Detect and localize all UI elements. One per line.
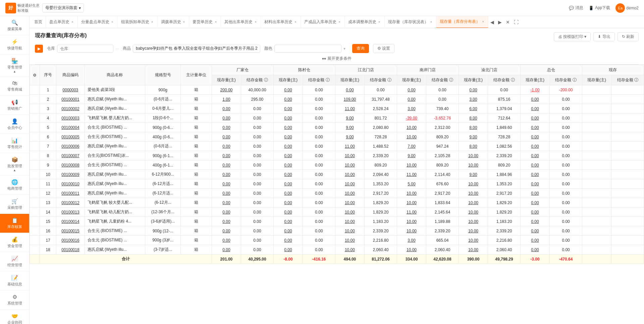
tab-close-cost[interactable]: × bbox=[378, 20, 381, 24]
table-cell[interactable]: 00100014 bbox=[56, 217, 85, 226]
table-cell[interactable]: 00100007 bbox=[56, 151, 85, 160]
table-cell[interactable]: 8.00 bbox=[459, 113, 488, 123]
table-cell[interactable]: 0.00 bbox=[335, 85, 365, 95]
table-cell[interactable]: 0.00 bbox=[212, 151, 241, 160]
tab-stock-status[interactable]: 现存量（库存状况表） × bbox=[385, 16, 437, 28]
tab-product-inbound[interactable]: 产成品入库单历史 × bbox=[301, 16, 345, 28]
table-cell[interactable]: 0.00 bbox=[520, 132, 550, 142]
table-cell[interactable]: 00100008 bbox=[56, 160, 85, 170]
table-cell[interactable]: 10.00 bbox=[459, 151, 488, 160]
table-cell[interactable]: 1.00 bbox=[212, 95, 241, 104]
table-cell[interactable]: 00100011 bbox=[56, 189, 85, 198]
table-cell[interactable]: 10.00 bbox=[335, 179, 365, 189]
table-cell[interactable]: 0.00 bbox=[273, 85, 303, 95]
sidebar-item-inventory[interactable]: 📋 库存核算 bbox=[0, 214, 29, 233]
sidebar-item-finance[interactable]: 💰 资金管理 bbox=[0, 233, 29, 252]
table-cell[interactable]: 0.00 bbox=[520, 170, 550, 179]
table-cell[interactable]: 8.00 bbox=[459, 123, 488, 132]
table-cell[interactable]: 10.00 bbox=[459, 207, 488, 217]
table-cell[interactable]: 10.00 bbox=[335, 198, 365, 207]
table-cell[interactable]: 0.00 bbox=[273, 236, 303, 245]
table-cell[interactable]: 0.00 bbox=[212, 132, 241, 142]
table-cell[interactable]: 0.00 bbox=[273, 104, 303, 113]
sidebar-item-retail-stat[interactable]: 📊 零售统计 bbox=[0, 134, 29, 153]
table-cell[interactable]: 00100004 bbox=[56, 123, 85, 132]
table-cell[interactable]: 10.00 bbox=[335, 236, 365, 245]
table-cell[interactable]: 11.00 bbox=[335, 104, 365, 113]
color-input[interactable] bbox=[274, 45, 341, 53]
settings-button[interactable]: ⚙ 设置 bbox=[373, 44, 394, 53]
table-cell[interactable]: 0.00 bbox=[212, 217, 241, 226]
table-cell[interactable]: 10.00 bbox=[397, 245, 426, 254]
table-cell[interactable]: 00100002 bbox=[56, 104, 85, 113]
table-cell[interactable]: 0.00 bbox=[520, 189, 550, 198]
table-cell[interactable]: 0.00 bbox=[273, 142, 303, 151]
table-cell[interactable]: 10.00 bbox=[459, 198, 488, 207]
table-cell[interactable]: 0.00 bbox=[520, 236, 550, 245]
table-cell[interactable]: 00100010 bbox=[56, 179, 85, 189]
sidebar-item-ecommerce[interactable]: 🌐 电商管理 bbox=[0, 176, 29, 195]
print-button[interactable]: 🖨 按模版打印 ▾ bbox=[554, 32, 591, 41]
sidebar-item-purchase[interactable]: 🛒 采购管理 bbox=[0, 195, 29, 214]
table-cell[interactable]: 10.00 bbox=[397, 189, 426, 198]
sidebar-item-retail[interactable]: 🏪 零售管理 ▲ bbox=[0, 54, 29, 77]
tab-other-outbound[interactable]: 其他出库单历史 × bbox=[221, 16, 261, 28]
table-cell[interactable]: 200.00 bbox=[212, 85, 241, 95]
table-cell[interactable]: 00100018 bbox=[56, 245, 85, 254]
table-cell[interactable]: 10.00 bbox=[397, 198, 426, 207]
table-cell[interactable]: 0.00 bbox=[212, 198, 241, 207]
table-cell[interactable]: 0000003 bbox=[56, 85, 85, 95]
table-cell[interactable]: 0.00 bbox=[273, 217, 303, 226]
product-input[interactable] bbox=[133, 45, 260, 53]
table-cell[interactable]: 11.00 bbox=[397, 207, 426, 217]
table-cell[interactable]: 9.00 bbox=[335, 123, 365, 132]
table-cell[interactable]: 5.00 bbox=[397, 179, 426, 189]
table-cell[interactable]: 0.00 bbox=[212, 170, 241, 179]
tab-nav-right[interactable]: ▶ bbox=[496, 16, 504, 28]
table-cell[interactable]: 0.00 bbox=[212, 179, 241, 189]
table-cell[interactable]: 0.00 bbox=[273, 113, 303, 123]
sidebar-item-system[interactable]: ⚙ 系统管理 bbox=[0, 290, 29, 310]
table-container[interactable]: ⚙ 序号 商品编码 商品名称 规格型号 主计量单位 厂家仓 陈村仓 江北门店 南… bbox=[30, 65, 644, 324]
table-cell[interactable]: 10.00 bbox=[459, 179, 488, 189]
sidebar-item-marketing[interactable]: 📢 营销推广 bbox=[0, 96, 29, 115]
expand-more-conditions[interactable]: ▾▾ 展开更多条件 bbox=[35, 56, 639, 61]
table-cell[interactable]: 10.00 bbox=[397, 226, 426, 236]
app-download-button[interactable]: 📱 App下载 bbox=[589, 5, 610, 11]
table-cell[interactable]: 0.00 bbox=[520, 95, 550, 104]
table-cell[interactable]: 00100015 bbox=[56, 226, 85, 236]
table-cell[interactable]: 10.00 bbox=[335, 151, 365, 160]
table-cell[interactable]: 0.00 bbox=[397, 85, 426, 95]
sidebar-item-enterprise[interactable]: 🤝 企业协同 bbox=[0, 310, 29, 324]
table-cell[interactable]: 0.00 bbox=[520, 123, 550, 132]
table-cell[interactable]: 9.00 bbox=[397, 151, 426, 160]
table-cell[interactable]: 9.00 bbox=[459, 132, 488, 142]
table-cell[interactable]: 10.00 bbox=[397, 217, 426, 226]
color-dropdown[interactable]: ▾ bbox=[343, 46, 345, 51]
table-cell[interactable]: 0.00 bbox=[212, 104, 241, 113]
tab-cost-adjustment[interactable]: 成本调整单历史 × bbox=[345, 16, 385, 28]
table-cell[interactable]: 3.00 bbox=[397, 104, 426, 113]
table-cell[interactable]: 10.00 bbox=[335, 226, 365, 236]
table-cell[interactable]: 9.00 bbox=[335, 132, 365, 142]
table-cell[interactable]: 0.00 bbox=[273, 170, 303, 179]
table-cell[interactable]: 10.00 bbox=[335, 170, 365, 179]
filter-expand-btn[interactable]: ▶ bbox=[35, 45, 43, 53]
message-button[interactable]: 💬 消息 bbox=[569, 5, 583, 11]
table-cell[interactable]: 3.00 bbox=[397, 236, 426, 245]
table-cell[interactable]: 0.00 bbox=[397, 95, 426, 104]
table-cell[interactable]: 0.00 bbox=[212, 245, 241, 254]
table-cell[interactable]: 10.00 bbox=[397, 132, 426, 142]
table-cell[interactable]: 0.00 bbox=[212, 236, 241, 245]
tab-close-transfer[interactable]: × bbox=[182, 20, 186, 24]
table-cell[interactable]: 0.00 bbox=[273, 207, 303, 217]
tab-inventory-count[interactable]: 盘点单历史 × bbox=[46, 16, 78, 28]
table-cell[interactable]: 11.00 bbox=[335, 142, 365, 151]
tab-close-material[interactable]: × bbox=[294, 20, 297, 24]
tab-close-combo[interactable]: × bbox=[151, 20, 154, 24]
query-button[interactable]: 查询 bbox=[352, 44, 369, 53]
tab-home[interactable]: 首页 bbox=[31, 16, 46, 28]
table-cell[interactable]: 00100009 bbox=[56, 170, 85, 179]
sidebar-item-nav[interactable]: ⚡ 快捷导航 bbox=[0, 35, 29, 54]
table-cell[interactable]: 0.00 bbox=[459, 85, 488, 95]
